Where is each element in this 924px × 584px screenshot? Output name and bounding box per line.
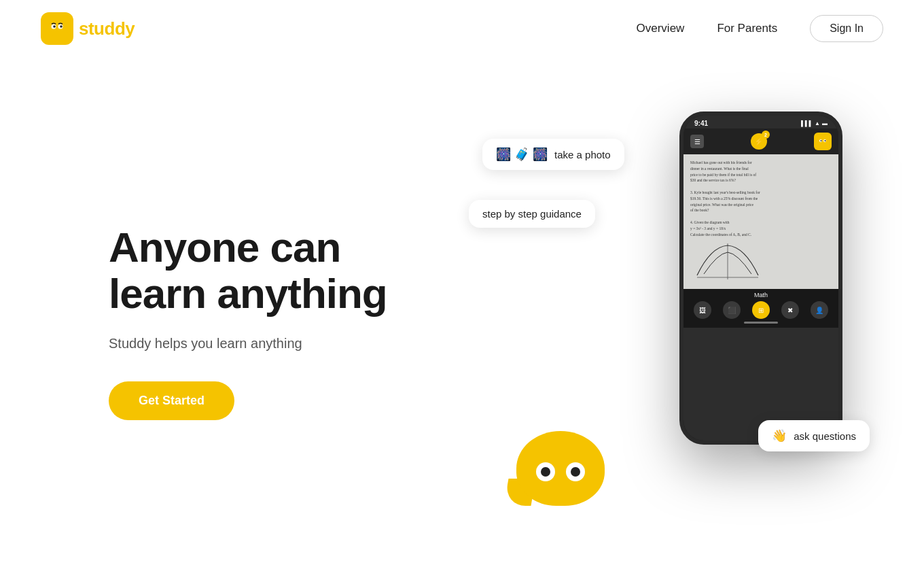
step-by-step-text: step by step guidance	[482, 208, 582, 220]
mascot-bubble	[503, 404, 618, 506]
navbar: studdy Overview For Parents Sign In	[0, 0, 924, 57]
hero-section: Anyone can learn anything Studdy helps y…	[0, 57, 924, 574]
logo-text: studdy	[79, 18, 135, 39]
mascot-left-pupil	[541, 467, 550, 477]
nav-links: Overview For Parents Sign In	[637, 15, 883, 42]
phone-menu-icon: ☰	[690, 135, 704, 148]
hero-content: Anyone can learn anything Studdy helps y…	[109, 224, 387, 420]
phone-studdy-face	[814, 133, 832, 150]
ask-questions-text: ask questions	[794, 430, 856, 442]
phone-time: 9:41	[694, 120, 708, 127]
phone-camera-icon: ⬛	[723, 301, 741, 319]
mascot-left-eye	[536, 462, 555, 481]
phone-lightning-icon: ⚡	[751, 133, 767, 150]
phone-status-bar: 9:41 ▌▌▌ ▲ ▬	[683, 116, 838, 128]
hero-visual: 🎆 🧳 🎆 take a photo step by step guidance…	[476, 98, 856, 547]
hero-subtitle: Studdy helps you learn anything	[109, 336, 387, 351]
nav-for-parents[interactable]: For Parents	[717, 22, 777, 35]
bubble-step-by-step: step by step guidance	[469, 200, 595, 228]
mascot-right-pupil	[571, 467, 580, 477]
svg-point-4	[53, 25, 56, 28]
phone-subject-label: Math	[688, 292, 834, 298]
phone-calculator-icon: ⊞	[752, 301, 770, 319]
hero-title: Anyone can learn anything	[109, 224, 387, 317]
logo-icon	[41, 12, 73, 45]
phone-action-icons: 🖼 ⬛ ⊞ ✖ 👤	[688, 301, 834, 319]
take-photo-text: take a photo	[554, 149, 611, 160]
phone-tools-icon: ✖	[781, 301, 799, 319]
bubble-take-photo: 🎆 🧳 🎆 take a photo	[482, 139, 624, 170]
sign-in-button[interactable]: Sign In	[810, 15, 883, 42]
phone-screen: 9:41 ▌▌▌ ▲ ▬ ☰ ⚡	[683, 116, 838, 441]
svg-point-9	[821, 140, 822, 141]
bubble-ask-questions: 👋 ask questions	[758, 420, 870, 451]
phone-mockup: 9:41 ▌▌▌ ▲ ▬ ☰ ⚡	[679, 111, 842, 445]
phone-home-indicator	[744, 322, 778, 324]
svg-point-10	[825, 140, 826, 141]
ask-questions-emoji: 👋	[772, 428, 787, 443]
phone-signal-icons: ▌▌▌ ▲ ▬	[801, 120, 828, 126]
phone-graph	[690, 240, 765, 281]
phone-bottom-bar: Math 🖼 ⬛ ⊞ ✖ 👤	[683, 289, 838, 328]
mascot-body	[516, 431, 605, 506]
get-started-button[interactable]: Get Started	[109, 381, 234, 420]
phone-app-header: ☰ ⚡	[683, 128, 838, 154]
mascot-right-eye	[566, 462, 585, 481]
nav-overview[interactable]: Overview	[637, 22, 685, 35]
logo[interactable]: studdy	[41, 12, 135, 45]
svg-point-5	[60, 25, 63, 28]
take-photo-emoji: 🎆 🧳 🎆	[496, 147, 548, 162]
phone-math-text: Michael has gone out with his friends fo…	[690, 160, 832, 237]
phone-math-content: Michael has gone out with his friends fo…	[683, 154, 838, 289]
mascot-eyes	[536, 462, 585, 481]
phone-profile-icon: 👤	[811, 301, 828, 319]
phone-gallery-icon: 🖼	[694, 301, 711, 319]
